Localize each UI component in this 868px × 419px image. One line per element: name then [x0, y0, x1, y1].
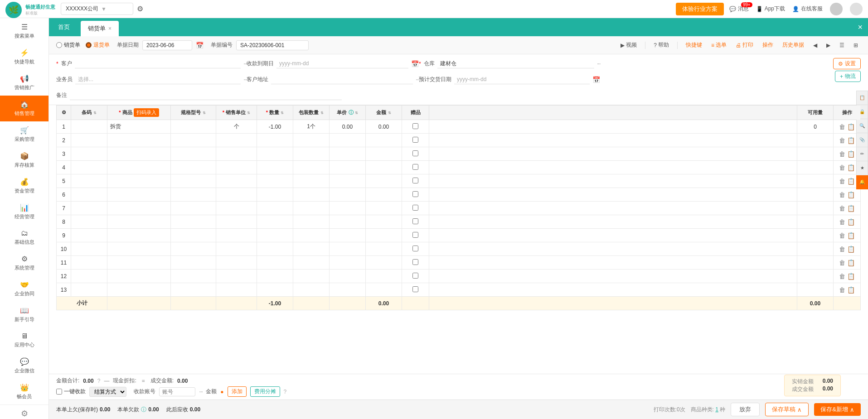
row-gift[interactable]: [402, 147, 429, 161]
row-product[interactable]: [107, 174, 171, 188]
set-button[interactable]: ⚙ 设置: [833, 58, 861, 69]
gift-checkbox[interactable]: [412, 218, 418, 224]
barcode-input[interactable]: [73, 246, 105, 252]
trial-button[interactable]: 体验行业方案: [676, 3, 724, 15]
history-btn[interactable]: 历史单据: [780, 40, 807, 50]
row-amount[interactable]: [366, 174, 402, 188]
row-gift[interactable]: [402, 188, 429, 202]
row-barcode[interactable]: [71, 134, 107, 147]
delete-icon[interactable]: 🗑: [839, 246, 845, 253]
sidebar-item-newbie[interactable]: 📖 新手引导: [0, 302, 48, 327]
row-barcode[interactable]: [71, 161, 107, 174]
copy-icon[interactable]: 📋: [847, 286, 855, 294]
copy-icon[interactable]: 📋: [847, 164, 855, 171]
row-barcode[interactable]: [71, 147, 107, 161]
row-barcode[interactable]: [71, 188, 107, 202]
customer-addr-input[interactable]: [271, 75, 413, 84]
delete-icon[interactable]: 🗑: [839, 178, 845, 185]
row-spec[interactable]: [171, 229, 216, 242]
sidebar-item-system[interactable]: ⚙ 系统管理: [0, 250, 48, 276]
row-amount[interactable]: [366, 229, 402, 242]
sidebar-item-search[interactable]: ☰ 搜索菜单: [0, 18, 48, 44]
row-pack-qty[interactable]: [293, 256, 330, 270]
barcode-input[interactable]: [73, 233, 105, 238]
copy-icon[interactable]: 📋: [847, 150, 855, 158]
row-pack-qty[interactable]: [293, 215, 330, 229]
tab-close-icon[interactable]: ×: [108, 25, 112, 32]
amount-sort-icon[interactable]: ⇅: [388, 111, 391, 115]
warehouse-input[interactable]: [437, 59, 594, 68]
row-price[interactable]: [330, 161, 366, 174]
row-unit[interactable]: [216, 202, 257, 215]
sidebar-item-operation[interactable]: 📊 经营管理: [0, 199, 48, 225]
sales-order-input[interactable]: [56, 42, 62, 48]
barcode-input[interactable]: [73, 206, 105, 211]
row-qty[interactable]: [257, 174, 293, 188]
row-amount[interactable]: [366, 188, 402, 202]
row-barcode[interactable]: [71, 202, 107, 215]
row-amount[interactable]: [366, 161, 402, 174]
row-barcode[interactable]: [71, 256, 107, 270]
one-click-input[interactable]: [56, 389, 62, 395]
row-gift[interactable]: [402, 202, 429, 215]
row-spec[interactable]: [171, 188, 216, 202]
row-unit[interactable]: [216, 147, 257, 161]
copy-icon[interactable]: 📋: [847, 178, 855, 185]
right-float-edit[interactable]: ✏: [856, 147, 868, 161]
expected-date-input[interactable]: [454, 75, 590, 84]
th-gear[interactable]: ⚙: [57, 106, 71, 120]
row-price[interactable]: 0.00: [330, 120, 366, 134]
tab-sales-order[interactable]: 销货单 ×: [81, 21, 119, 36]
row-price[interactable]: [330, 229, 366, 242]
sidebar-item-apps[interactable]: 🖥 应用中心: [0, 327, 48, 353]
row-spec[interactable]: [171, 215, 216, 229]
right-float-view[interactable]: 🔍: [856, 119, 868, 133]
row-qty[interactable]: [257, 161, 293, 174]
row-price[interactable]: [330, 134, 366, 147]
row-pack-qty[interactable]: [293, 270, 330, 283]
message-icon-item[interactable]: 💬 消息 99+: [729, 5, 749, 13]
remark-input[interactable]: [70, 91, 342, 100]
row-unit[interactable]: [216, 229, 257, 242]
row-gift[interactable]: [402, 174, 429, 188]
row-qty[interactable]: [257, 134, 293, 147]
row-pack-qty[interactable]: [293, 134, 330, 147]
row-product[interactable]: [107, 283, 171, 297]
salesman-input[interactable]: [75, 75, 241, 84]
row-price[interactable]: [330, 202, 366, 215]
row-qty[interactable]: [257, 283, 293, 297]
shortcut-btn[interactable]: 快捷键: [683, 40, 705, 50]
sidebar-item-wechat[interactable]: 💬 企业微信: [0, 353, 48, 379]
row-pack-qty[interactable]: [293, 202, 330, 215]
sidebar-item-inventory[interactable]: 📦 库存核算: [0, 147, 48, 173]
row-qty[interactable]: [257, 229, 293, 242]
delete-icon[interactable]: 🗑: [839, 164, 845, 171]
account-dots-icon[interactable]: ···: [199, 388, 202, 396]
video-btn[interactable]: ▶ 视频: [618, 40, 640, 50]
expense-tab-button[interactable]: 费用分摊: [250, 386, 280, 397]
gift-checkbox[interactable]: [412, 232, 418, 238]
row-product[interactable]: [107, 229, 171, 242]
delete-icon[interactable]: 🗑: [839, 205, 845, 212]
row-barcode[interactable]: [71, 174, 107, 188]
row-qty[interactable]: [257, 202, 293, 215]
delete-icon[interactable]: 🗑: [839, 286, 845, 294]
barcode-input[interactable]: [73, 151, 105, 157]
row-product[interactable]: [107, 215, 171, 229]
expense-help-icon[interactable]: ?: [284, 389, 287, 395]
row-qty[interactable]: [257, 188, 293, 202]
gift-checkbox[interactable]: [412, 150, 418, 156]
row-gift[interactable]: [402, 229, 429, 242]
grid-view-btn[interactable]: ⊞: [851, 41, 861, 50]
sidebar-item-finance[interactable]: 💰 资金管理: [0, 173, 48, 199]
row-unit[interactable]: [216, 242, 257, 256]
user-avatar-2[interactable]: [850, 3, 863, 15]
row-gift[interactable]: [402, 256, 429, 270]
due-date-calendar-icon[interactable]: 📅: [411, 60, 419, 67]
gift-checkbox[interactable]: [412, 123, 418, 129]
row-product[interactable]: [107, 270, 171, 283]
row-spec[interactable]: [171, 256, 216, 270]
copy-icon[interactable]: 📋: [847, 273, 855, 280]
row-product[interactable]: [107, 134, 171, 147]
add-button[interactable]: 添加: [228, 386, 247, 397]
